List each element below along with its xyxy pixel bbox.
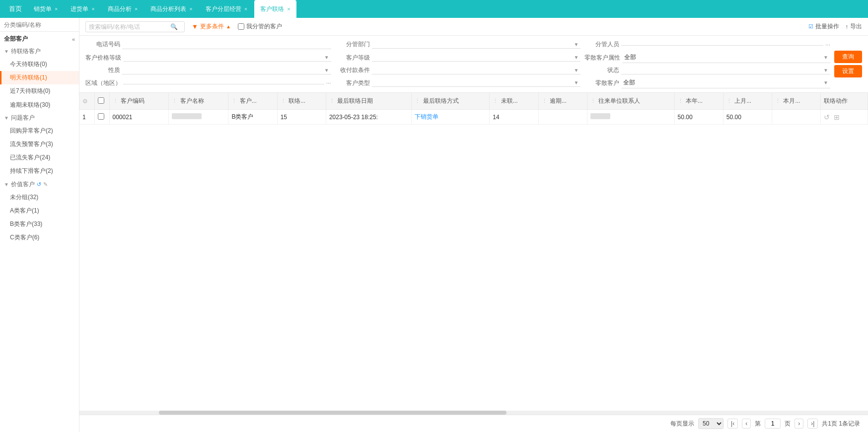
filter-select-dept[interactable]: ▼ xyxy=(372,41,581,49)
filter-select-retail-cust[interactable]: 全部 ▼ xyxy=(621,77,830,88)
filter-label-status: 状态 xyxy=(584,66,619,74)
nav-home[interactable]: 首页 xyxy=(4,4,27,13)
total-info: 共1页 1条记录 xyxy=(822,420,860,428)
sidebar-search-input[interactable] xyxy=(4,21,78,28)
close-icon[interactable]: × xyxy=(244,6,247,12)
cell-type: B类客户 xyxy=(228,110,277,125)
next-page-btn[interactable]: › xyxy=(795,419,803,429)
prev-page-btn[interactable]: ‹ xyxy=(742,419,751,429)
page-number-input[interactable] xyxy=(765,419,781,429)
group-header-2[interactable]: ▼ 价值客户 ↺ ✎ xyxy=(0,178,79,191)
collapse-icon[interactable]: « xyxy=(72,36,75,42)
filter-row-3: 性质 ▼ 收付款条件 ▼ xyxy=(85,66,830,74)
filter-more-btn[interactable]: ▼ 更多条件 ▲ xyxy=(189,21,234,32)
my-customers-checkbox[interactable] xyxy=(238,23,244,30)
dots-icon-manager[interactable]: ··· xyxy=(825,41,830,48)
filter-cell-manager: 分管人员 ··· xyxy=(584,40,830,49)
filter-cell-customer-level: 客户等级 ▼ xyxy=(335,54,581,62)
sidebar-item-tomorrow[interactable]: 明天待联络(1) xyxy=(0,71,79,84)
nav-item-3[interactable]: 商品分析列表 × xyxy=(145,0,198,18)
col-overdue: ⋮ 逾期... xyxy=(538,93,587,110)
last-page-btn[interactable]: ›| xyxy=(807,419,818,429)
row-checkbox[interactable] xyxy=(98,113,104,120)
nav-item-4[interactable]: 客户分层经营 × xyxy=(200,0,253,18)
page-label: 第 xyxy=(755,420,761,428)
dots-icon-region[interactable]: ··· xyxy=(326,79,331,86)
nav-item-1[interactable]: 进货单 × xyxy=(65,0,100,18)
per-page-select[interactable]: 50 100 200 xyxy=(698,418,723,429)
filter-cell-retail-attr: 零散客户属性 全部 ▼ xyxy=(584,52,830,63)
all-customers-title[interactable]: 全部客户 « xyxy=(0,32,79,45)
sidebar-item-a-class[interactable]: A类客户(1) xyxy=(0,204,79,217)
filter-cell-price-level: 客户价格等级 ▼ xyxy=(85,54,331,62)
cell-overdue xyxy=(538,110,587,125)
sidebar-item-7days[interactable]: 近7天待联络(0) xyxy=(0,84,79,98)
filter-input-phone[interactable] xyxy=(122,40,331,49)
filter-select-customer-level[interactable]: ▼ xyxy=(372,54,581,62)
batch-op-btn[interactable]: ☑ 批量操作 xyxy=(808,22,839,31)
filter-cell-retail-cust: 零散客户 全部 ▼ xyxy=(584,77,830,88)
arrow-icon: ▼ xyxy=(4,182,9,187)
sidebar-item-repurchase-abnormal[interactable]: 回购异常客户(2) xyxy=(0,124,79,138)
filter-select-price-level[interactable]: ▼ xyxy=(123,54,331,62)
cell-action: ↺ ⊞ xyxy=(821,110,868,125)
filter-cell-payment: 收付款条件 ▼ xyxy=(335,66,581,74)
close-icon[interactable]: × xyxy=(189,6,192,12)
close-icon[interactable]: × xyxy=(135,6,138,12)
filter-select-payment[interactable]: ▼ xyxy=(372,67,581,74)
first-page-btn[interactable]: |‹ xyxy=(727,419,738,429)
chevron-icon: ▲ xyxy=(226,24,231,29)
select-all-checkbox[interactable] xyxy=(98,97,104,104)
close-icon[interactable]: × xyxy=(55,6,58,12)
col-last-date: ⋮ 最后联络日期 xyxy=(326,93,411,110)
export-btn[interactable]: ↑ 导出 xyxy=(845,22,862,31)
last-method-link[interactable]: 下销货单 xyxy=(415,113,438,120)
sidebar-item-c-class[interactable]: C类客户(6) xyxy=(0,231,79,244)
filter-select-cust-type[interactable]: ▼ xyxy=(372,79,581,87)
sidebar-item-declining[interactable]: 持续下滑客户(2) xyxy=(0,164,79,178)
table-row: 1 000021 B类客户 15 2023-05-23 18:25: 下销货单 xyxy=(79,110,868,125)
scrollbar-thumb[interactable] xyxy=(159,411,506,415)
filter-row-1: 电话号码 分管部门 ▼ 分管人员 xyxy=(85,40,830,49)
sidebar-item-overdue[interactable]: 逾期未联络(30) xyxy=(0,98,79,112)
nav-item-5[interactable]: 客户联络 × xyxy=(254,0,296,18)
nav-item-0[interactable]: 销货单 × xyxy=(28,0,64,18)
settings-icon[interactable]: ⚙ xyxy=(82,98,88,105)
sort-icon: ⋮ xyxy=(678,98,683,104)
cell-this-month xyxy=(772,110,821,125)
refresh-icon[interactable]: ↺ xyxy=(37,181,41,188)
col-action: 联络动作 xyxy=(821,93,868,110)
group-header-1[interactable]: ▼ 问题客户 xyxy=(0,112,79,124)
reset-button[interactable]: 设置 xyxy=(834,65,862,77)
col-this-month: ⋮ 本月... xyxy=(772,93,821,110)
close-icon[interactable]: × xyxy=(287,6,290,12)
filter-select-status[interactable]: ▼ xyxy=(621,67,830,74)
query-button[interactable]: 查询 xyxy=(834,51,862,63)
sidebar-item-churn-warning[interactable]: 流失预警客户(3) xyxy=(0,138,79,151)
search-icon[interactable]: 🔍 xyxy=(170,23,178,30)
filter-select-nature[interactable]: ▼ xyxy=(122,67,331,74)
close-icon[interactable]: × xyxy=(91,6,94,12)
sort-icon: ⋮ xyxy=(726,98,732,104)
my-customers-checkbox-area[interactable]: 我分管的客户 xyxy=(238,22,282,31)
sidebar-item-churned[interactable]: 已流失客户(24) xyxy=(0,151,79,164)
filter-label-payment: 收付款条件 xyxy=(335,66,370,74)
col-uncontacted: ⋮ 未联... xyxy=(490,93,538,110)
action-icon-1[interactable]: ↺ xyxy=(824,113,830,121)
filter-icon: ▼ xyxy=(192,23,198,30)
filter-select-retail-attr[interactable]: 全部 ▼ xyxy=(622,52,830,63)
sidebar-item-ungrouped[interactable]: 未分组(32) xyxy=(0,191,79,204)
horizontal-scrollbar[interactable] xyxy=(79,411,868,415)
group-header-0[interactable]: ▼ 待联络客户 xyxy=(0,45,79,58)
sidebar-item-b-class[interactable]: B类客户(33) xyxy=(0,217,79,231)
filter-cell-status: 状态 ▼ xyxy=(584,66,830,74)
export-icon: ↑ xyxy=(845,23,848,30)
toolbar-search-input[interactable] xyxy=(89,23,168,30)
filter-cell-dept: 分管部门 ▼ xyxy=(335,40,581,49)
action-icon-2[interactable]: ⊞ xyxy=(834,113,840,121)
nav-item-2[interactable]: 商品分析 × xyxy=(102,0,144,18)
sort-icon: ⋮ xyxy=(415,98,420,104)
sidebar-item-today[interactable]: 今天待联络(0) xyxy=(0,58,79,71)
cell-contact-person xyxy=(587,110,674,125)
edit-icon[interactable]: ✎ xyxy=(43,181,48,188)
